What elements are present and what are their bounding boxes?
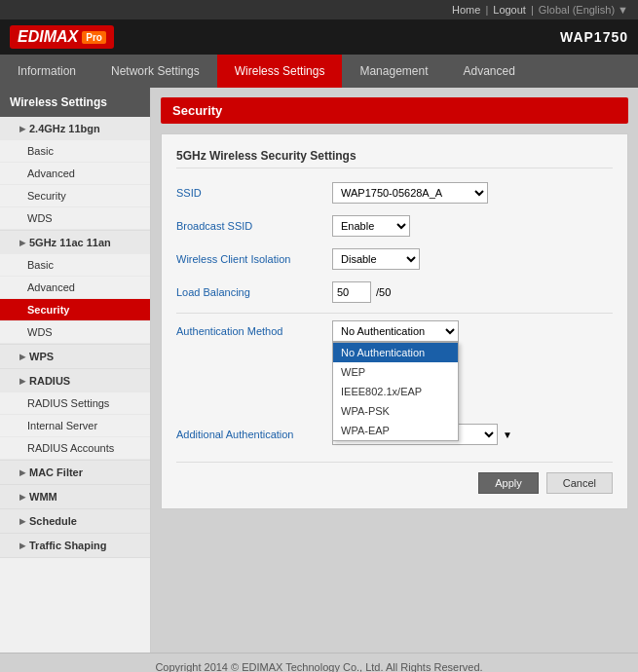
sidebar-item-24-wds[interactable]: WDS [0, 207, 150, 230]
sidebar-section-header-5ghz[interactable]: 5GHz 11ac 11an [0, 231, 150, 254]
cancel-button[interactable]: Cancel [546, 472, 613, 494]
chevron-down-icon: ▼ [618, 4, 628, 16]
sidebar-section-header-schedule[interactable]: Schedule [0, 509, 150, 533]
main-layout: Wireless Settings 2.4GHz 11bgn Basic Adv… [0, 88, 638, 653]
auth-select-display: No Authentication WEP IEEE802.1x/EAP WPA… [332, 320, 459, 342]
sidebar-section-wmm: WMM [0, 485, 150, 509]
sidebar-section-header-wps[interactable]: WPS [0, 345, 150, 368]
sidebar-item-24-security[interactable]: Security [0, 185, 150, 207]
auth-method-select[interactable]: No Authentication WEP IEEE802.1x/EAP WPA… [332, 320, 459, 342]
ssid-select[interactable]: WAP1750-05628A_A [332, 182, 488, 204]
auth-option-no-auth[interactable]: No Authentication [333, 343, 458, 362]
sidebar-item-24-basic[interactable]: Basic [0, 140, 150, 163]
home-link[interactable]: Home [452, 4, 480, 16]
sidebar-section-mac-filter: MAC Filter [0, 461, 150, 485]
brand-logo: EDIMAX Pro [10, 25, 114, 49]
auth-method-label: Authentication Method [176, 325, 332, 337]
sidebar-item-5-advanced[interactable]: Advanced [0, 277, 150, 299]
sidebar-item-radius-accounts[interactable]: RADIUS Accounts [0, 437, 150, 460]
button-row: Apply Cancel [176, 462, 613, 494]
sidebar-section-header-traffic-shaping[interactable]: Traffic Shaping [0, 534, 150, 557]
nav-bar: Information Network Settings Wireless Se… [0, 55, 638, 88]
logo-bar: EDIMAX Pro WAP1750 [0, 19, 638, 55]
top-bar: Home | Logout | Global (English) ▼ [0, 0, 638, 19]
sidebar: Wireless Settings 2.4GHz 11bgn Basic Adv… [0, 88, 151, 653]
load-balancing-max: /50 [376, 286, 391, 298]
nav-management[interactable]: Management [342, 55, 445, 88]
nav-information[interactable]: Information [0, 55, 94, 88]
sidebar-section-traffic-shaping: Traffic Shaping [0, 534, 150, 558]
sidebar-section-header-wmm[interactable]: WMM [0, 485, 150, 508]
sidebar-section-5ghz: 5GHz 11ac 11an Basic Advanced Security W… [0, 231, 150, 345]
brand-name: EDIMAX [18, 28, 78, 46]
model-name: WAP1750 [560, 29, 628, 45]
additional-auth-label: Additional Authentication [176, 429, 332, 440]
ssid-label: SSID [176, 187, 332, 199]
client-isolation-select[interactable]: Disable Enable [332, 248, 420, 270]
separator2: | [531, 4, 534, 16]
auth-option-wpa-psk[interactable]: WPA-PSK [333, 401, 458, 421]
auth-dropdown-menu: No Authentication WEP IEEE802.1x/EAP WPA… [332, 342, 459, 441]
separator1: | [485, 4, 488, 16]
auth-option-ieee8021x[interactable]: IEEE802.1x/EAP [333, 382, 458, 401]
load-balancing-label: Load Balancing [176, 286, 332, 298]
ssid-control: WAP1750-05628A_A [332, 182, 488, 204]
logout-link[interactable]: Logout [493, 4, 526, 16]
sidebar-section-schedule: Schedule [0, 509, 150, 534]
sidebar-section-header-radius[interactable]: RADIUS [0, 369, 150, 392]
language-selector[interactable]: Global (English) ▼ [539, 4, 628, 16]
nav-wireless-settings[interactable]: Wireless Settings [217, 55, 343, 88]
sidebar-item-24-advanced[interactable]: Advanced [0, 163, 150, 185]
broadcast-ssid-row: Broadcast SSID Enable Disable [176, 213, 613, 239]
broadcast-ssid-label: Broadcast SSID [176, 220, 332, 232]
auth-method-control: No Authentication WEP IEEE802.1x/EAP WPA… [332, 320, 459, 342]
divider [176, 313, 613, 314]
client-isolation-control: Disable Enable [332, 248, 420, 270]
nav-network-settings[interactable]: Network Settings [94, 55, 217, 88]
sidebar-item-internal-server[interactable]: Internal Server [0, 415, 150, 437]
auth-method-row: Authentication Method No Authentication … [176, 318, 613, 344]
broadcast-ssid-control: Enable Disable [332, 215, 410, 237]
auth-dropdown-container: No Authentication WEP IEEE802.1x/EAP WPA… [332, 320, 459, 342]
sidebar-item-radius-settings[interactable]: RADIUS Settings [0, 392, 150, 415]
nav-advanced[interactable]: Advanced [445, 55, 532, 88]
logo-area: EDIMAX Pro [10, 25, 114, 49]
content-area: Security 5GHz Wireless Security Settings… [151, 88, 638, 653]
page-title: Security [161, 97, 628, 124]
pro-badge: Pro [82, 31, 106, 44]
sidebar-title: Wireless Settings [0, 88, 150, 117]
panel-title: 5GHz Wireless Security Settings [176, 149, 613, 168]
chevron-down-icon: ▼ [503, 429, 512, 440]
ssid-row: SSID WAP1750-05628A_A [176, 180, 613, 205]
sidebar-section-24ghz: 2.4GHz 11bgn Basic Advanced Security WDS [0, 117, 150, 231]
sidebar-section-header-mac-filter[interactable]: MAC Filter [0, 461, 150, 484]
settings-panel: 5GHz Wireless Security Settings SSID WAP… [161, 133, 628, 509]
load-balancing-control: /50 [332, 281, 391, 303]
auth-option-wpa-eap[interactable]: WPA-EAP [333, 421, 458, 440]
sidebar-section-header-24ghz[interactable]: 2.4GHz 11bgn [0, 117, 150, 140]
sidebar-item-5-security[interactable]: Security [0, 299, 150, 321]
load-balancing-input[interactable] [332, 281, 371, 303]
client-isolation-row: Wireless Client Isolation Disable Enable [176, 246, 613, 272]
footer: Copyright 2014 © EDIMAX Technology Co., … [0, 653, 638, 672]
client-isolation-label: Wireless Client Isolation [176, 253, 332, 265]
sidebar-item-5-basic[interactable]: Basic [0, 254, 150, 277]
sidebar-section-wps: WPS [0, 345, 150, 369]
broadcast-ssid-select[interactable]: Enable Disable [332, 215, 410, 237]
load-balancing-row: Load Balancing /50 [176, 280, 613, 305]
footer-text: Copyright 2014 © EDIMAX Technology Co., … [155, 661, 482, 672]
apply-button[interactable]: Apply [478, 472, 539, 494]
auth-option-wep[interactable]: WEP [333, 362, 458, 382]
sidebar-section-radius: RADIUS RADIUS Settings Internal Server R… [0, 369, 150, 461]
sidebar-item-5-wds[interactable]: WDS [0, 321, 150, 344]
language-label: Global (English) [539, 4, 615, 16]
